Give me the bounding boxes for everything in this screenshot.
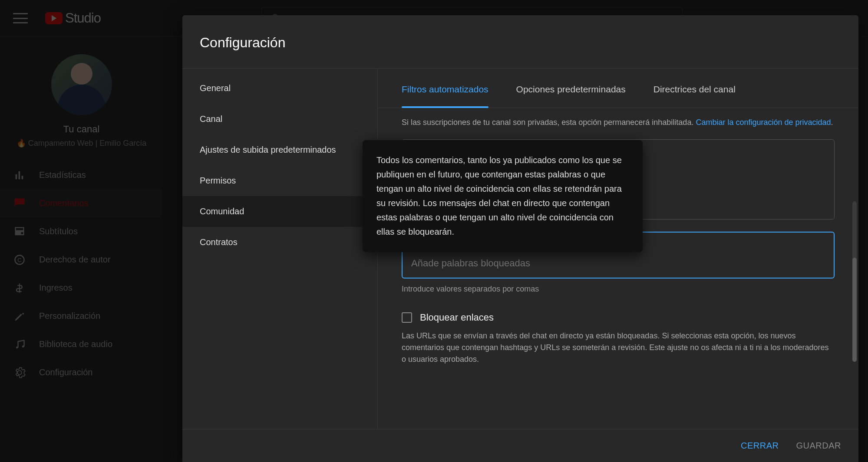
scrollbar-thumb[interactable] bbox=[852, 258, 857, 362]
block-links-description: Las URLs que se envían a través del chat… bbox=[402, 330, 835, 365]
modal-sidebar: GeneralCanalAjustes de subida predetermi… bbox=[182, 69, 378, 429]
subscriptions-note: Si las suscripciones de tu canal son pri… bbox=[402, 117, 835, 128]
blocked-words-tooltip: Todos los comentarios, tanto los ya publ… bbox=[363, 140, 643, 252]
modal-footer: CERRAR GUARDAR bbox=[182, 429, 858, 462]
settings-section-0[interactable]: General bbox=[182, 73, 377, 104]
settings-section-2[interactable]: Ajustes de subida predeterminados bbox=[182, 134, 377, 165]
blocked-words-helper: Introduce valores separados por comas bbox=[402, 285, 835, 294]
block-links-row[interactable]: Bloquear enlaces bbox=[402, 312, 835, 323]
tabs-row: Filtros automatizadosOpciones predetermi… bbox=[378, 69, 858, 108]
privacy-link[interactable]: Cambiar la configuración de privacidad bbox=[696, 118, 831, 127]
tab-1[interactable]: Opciones predeterminadas bbox=[516, 69, 626, 108]
checkbox-icon[interactable] bbox=[402, 312, 412, 323]
save-button[interactable]: GUARDAR bbox=[796, 441, 841, 451]
tab-2[interactable]: Directrices del canal bbox=[653, 69, 736, 108]
settings-section-3[interactable]: Permisos bbox=[182, 165, 377, 196]
scrollbar[interactable] bbox=[852, 201, 857, 362]
subscriptions-note-text: Si las suscripciones de tu canal son pri… bbox=[402, 118, 696, 127]
settings-section-4[interactable]: Comunidad bbox=[182, 196, 377, 227]
settings-section-5[interactable]: Contratos bbox=[182, 227, 377, 258]
block-links-label: Bloquear enlaces bbox=[420, 312, 494, 323]
modal-title: Configuración bbox=[182, 15, 858, 69]
blocked-words-input[interactable] bbox=[411, 258, 825, 269]
close-button[interactable]: CERRAR bbox=[741, 441, 779, 451]
tab-0[interactable]: Filtros automatizados bbox=[402, 69, 488, 108]
settings-section-1[interactable]: Canal bbox=[182, 104, 377, 134]
